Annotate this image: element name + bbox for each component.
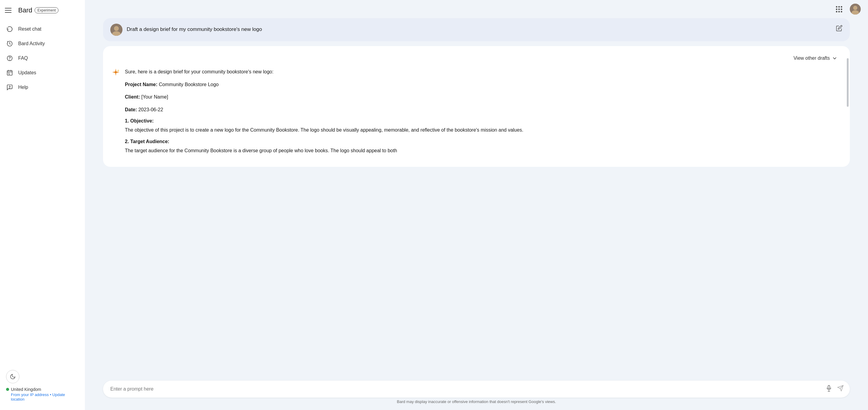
location-links: From your IP address • Update location — [6, 392, 79, 402]
view-drafts-label: View other drafts — [794, 56, 830, 61]
user-message: Draft a design brief for my community bo… — [103, 18, 850, 41]
prompt-input[interactable] — [110, 386, 822, 392]
sidebar-header: Bard Experiment — [0, 4, 85, 20]
reset-chat-icon — [6, 26, 13, 33]
bard-icon-area — [112, 68, 120, 159]
chat-area[interactable]: Draft a design brief for my community bo… — [85, 18, 868, 376]
sidebar-item-faq[interactable]: FAQ — [0, 51, 80, 65]
sidebar-item-bard-activity-label: Bard Activity — [18, 41, 45, 47]
google-apps-grid — [836, 6, 842, 12]
from-ip-link[interactable]: From your IP address — [11, 392, 49, 397]
bard-response-content: Sure, here is a design brief for your co… — [112, 68, 841, 159]
date-label: Date: — [125, 107, 137, 112]
help-icon — [6, 84, 13, 91]
client-value: [Your Name] — [141, 94, 168, 99]
sidebar-nav: Reset chat Bard Activity F — [0, 20, 85, 365]
main-content: Draft a design brief for my community bo… — [85, 0, 868, 410]
location-separator: • — [49, 392, 53, 397]
svg-point-9 — [114, 26, 119, 31]
location-row: United Kingdom — [6, 387, 79, 392]
sidebar-item-reset-chat[interactable]: Reset chat — [0, 22, 80, 36]
bard-text-content: Sure, here is a design brief for your co… — [125, 68, 841, 159]
objective-text: The objective of this project is to crea… — [125, 126, 841, 134]
sidebar: Bard Experiment Reset chat — [0, 0, 85, 410]
user-avatar[interactable] — [850, 4, 861, 14]
bard-intro-text: Sure, here is a design brief for your co… — [125, 68, 841, 76]
input-row — [103, 381, 850, 398]
sidebar-item-faq-label: FAQ — [18, 56, 28, 61]
sidebar-item-bard-activity[interactable]: Bard Activity — [0, 36, 80, 51]
apps-icon[interactable] — [833, 3, 845, 15]
sidebar-item-reset-chat-label: Reset chat — [18, 26, 41, 32]
project-name-label: Project Name: — [125, 82, 158, 87]
sidebar-item-updates[interactable]: Updates — [0, 65, 80, 80]
svg-rect-3 — [7, 71, 12, 76]
client-line: Client: [Your Name] — [125, 93, 841, 101]
sidebar-item-help[interactable]: Help — [0, 80, 80, 95]
bard-sparkle-icon — [112, 68, 120, 77]
sidebar-item-help-label: Help — [18, 85, 28, 90]
user-message-text: Draft a design brief for my community bo… — [127, 24, 832, 33]
project-name-line: Project Name: Community Bookstore Logo — [125, 81, 841, 89]
input-area: Bard may display inaccurate or offensive… — [85, 376, 868, 410]
sidebar-item-updates-label: Updates — [18, 70, 36, 76]
disclaimer-text: Bard may display inaccurate or offensive… — [103, 398, 850, 408]
svg-rect-11 — [828, 385, 830, 389]
faq-icon — [6, 55, 13, 62]
dark-mode-button[interactable] — [6, 370, 20, 383]
view-drafts-row: View other drafts — [112, 53, 841, 63]
updates-icon — [6, 69, 13, 77]
edit-icon[interactable] — [836, 24, 842, 33]
client-label: Client: — [125, 94, 140, 99]
date-line: Date: 2023-06-22 — [125, 106, 841, 114]
bard-response: View other drafts — [103, 46, 850, 167]
svg-point-6 — [853, 6, 858, 10]
location-area: United Kingdom From your IP address • Up… — [6, 387, 79, 402]
top-bar — [85, 0, 868, 18]
microphone-icon[interactable] — [824, 384, 833, 394]
svg-point-2 — [10, 60, 10, 60]
scrollbar-track[interactable] — [846, 46, 848, 167]
bard-activity-icon — [6, 40, 13, 47]
date-value: 2023-06-22 — [138, 107, 163, 112]
target-audience-text: The target audience for the Community Bo… — [125, 147, 841, 155]
send-icon[interactable] — [836, 384, 845, 394]
objective-heading: 1. Objective: — [125, 118, 841, 124]
sidebar-footer: United Kingdom From your IP address • Up… — [0, 365, 85, 406]
location-dot — [6, 388, 9, 391]
target-audience-heading: 2. Target Audience: — [125, 139, 841, 144]
user-message-avatar — [110, 24, 122, 36]
logo-area: Bard Experiment — [18, 6, 59, 14]
view-drafts-button[interactable]: View other drafts — [790, 53, 841, 63]
scrollbar-thumb[interactable] — [847, 58, 848, 107]
experiment-badge: Experiment — [35, 7, 59, 13]
location-name: United Kingdom — [11, 387, 41, 392]
project-name-value: Community Bookstore Logo — [159, 82, 218, 87]
svg-point-4 — [9, 88, 10, 88]
logo-text: Bard — [18, 6, 32, 14]
hamburger-icon[interactable] — [5, 6, 13, 14]
